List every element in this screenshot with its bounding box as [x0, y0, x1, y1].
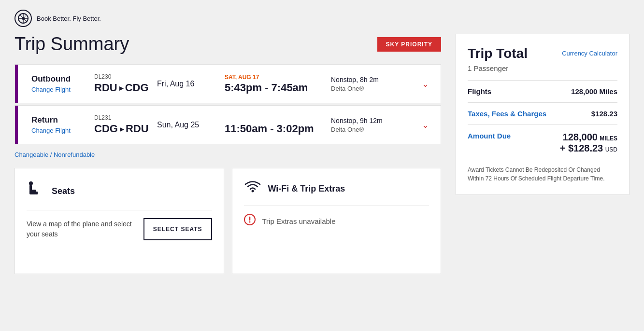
logo-text: Book Better. Fly Better.	[37, 15, 101, 22]
return-origin: CDG	[94, 123, 118, 135]
wifi-icon	[244, 180, 261, 198]
return-destination: RDU	[126, 123, 149, 135]
title-row: Trip Summary SKY PRIORITY	[14, 34, 441, 55]
svg-rect-7	[29, 185, 32, 191]
outbound-flight-card: Outbound Change Flight DL230 RDU ▸ CDG F…	[14, 64, 441, 103]
miles-amount: 128,000	[563, 132, 598, 142]
outbound-flight-number-col: DL230 RDU ▸ CDG	[94, 73, 157, 94]
trip-total-title: Trip Total	[468, 46, 528, 61]
wifi-card-title: Wi-Fi & Trip Extras	[268, 184, 345, 194]
outbound-cabin: Delta One®	[331, 85, 415, 92]
wifi-card-header: Wi-Fi & Trip Extras	[244, 180, 429, 206]
outbound-time-col: SAT, AUG 17 5:43pm - 7:45am	[225, 74, 331, 94]
bottom-cards: Seats View a map of the plane and select…	[14, 168, 441, 274]
return-time-col: placeholder 11:50am - 3:02pm	[225, 115, 331, 135]
return-chevron-icon: ⌄	[422, 120, 429, 130]
amount-due-label: Amount Due	[468, 132, 511, 140]
miles-unit: MILES	[600, 135, 617, 142]
seat-icon	[27, 180, 45, 202]
svg-rect-8	[35, 192, 38, 194]
return-change-flight-link[interactable]: Change Flight	[31, 127, 94, 134]
route-arrow-outbound: ▸	[119, 83, 123, 93]
logo-text-regular: Fly Better.	[71, 15, 101, 22]
return-route: CDG ▸ RDU	[94, 123, 157, 135]
wifi-card-body: Trip Extras unavailable	[244, 214, 429, 228]
return-label-col: Return Change Flight	[27, 115, 94, 134]
right-panel: Trip Total Currency Calculator 1 Passeng…	[456, 34, 630, 274]
return-chevron-col[interactable]: ⌄	[415, 120, 429, 130]
amount-due-value: 128,000 MILES + $128.23 USD	[560, 132, 617, 154]
seats-card-title: Seats	[52, 186, 75, 196]
amount-due-row: Amount Due 128,000 MILES + $128.23 USD	[468, 124, 617, 161]
left-panel: Trip Summary SKY PRIORITY Outbound Chang…	[14, 34, 441, 274]
logo-text-bold: Book Better.	[37, 15, 71, 22]
logo-bar: Book Better. Fly Better.	[14, 10, 630, 27]
outbound-time-label: SAT, AUG 17	[225, 74, 331, 81]
taxes-row: Taxes, Fees & Charges $128.23	[468, 102, 617, 124]
seats-description: View a map of the plane and select your …	[27, 219, 134, 239]
unavailable-text: Trip Extras unavailable	[262, 217, 336, 225]
changeable-note: Changeable / Nonrefundable	[14, 151, 441, 158]
outbound-label: Outbound	[31, 74, 94, 84]
outbound-chevron-icon: ⌄	[422, 79, 429, 89]
svg-point-13	[249, 221, 250, 223]
trip-total-header: Trip Total Currency Calculator	[468, 46, 617, 61]
return-date: Sun, Aug 25	[157, 121, 225, 129]
svg-point-10	[251, 190, 254, 193]
passenger-count: 1 Passenger	[468, 64, 617, 72]
usd-unit: USD	[605, 146, 617, 153]
return-flight-card: Return Change Flight DL231 CDG ▸ RDU Sun…	[14, 105, 441, 144]
outbound-time-range: 5:43pm - 7:45am	[225, 82, 331, 94]
select-seats-button[interactable]: SELECT SEATS	[143, 218, 212, 240]
return-duration: Nonstop, 9h 12m	[331, 117, 415, 124]
return-flight-number: DL231	[94, 114, 157, 121]
return-duration-col: Nonstop, 9h 12m Delta One®	[331, 117, 415, 133]
seats-card-body: View a map of the plane and select your …	[27, 218, 212, 240]
outbound-flight-number: DL230	[94, 73, 157, 80]
outbound-route: RDU ▸ CDG	[94, 82, 157, 94]
currency-calc-link[interactable]: Currency Calculator	[562, 50, 617, 57]
wifi-card: Wi-Fi & Trip Extras Trip Extras unavaila…	[232, 168, 442, 274]
usd-amount: + $128.23	[560, 143, 603, 153]
outbound-chevron-col[interactable]: ⌄	[415, 79, 429, 89]
return-border	[15, 106, 18, 144]
outbound-duration-col: Nonstop, 8h 2m Delta One®	[331, 76, 415, 92]
outbound-change-flight-link[interactable]: Change Flight	[31, 86, 94, 93]
warning-icon	[244, 214, 256, 228]
return-flight-number-col: DL231 CDG ▸ RDU	[94, 114, 157, 135]
logo-icon	[14, 10, 32, 27]
outbound-border	[15, 65, 18, 103]
svg-point-9	[29, 181, 33, 185]
outbound-destination: CDG	[125, 82, 149, 94]
outbound-duration: Nonstop, 8h 2m	[331, 76, 415, 83]
outbound-label-col: Outbound Change Flight	[27, 74, 94, 93]
return-cabin: Delta One®	[331, 126, 415, 133]
amount-due-usd-line: + $128.23 USD	[560, 143, 617, 154]
return-label: Return	[31, 115, 94, 125]
flights-value: 128,000 Miles	[571, 87, 617, 96]
taxes-label: Taxes, Fees & Charges	[468, 110, 546, 118]
route-arrow-return: ▸	[120, 124, 124, 134]
award-note: Award Tickets Cannot Be Redeposited Or C…	[468, 166, 617, 183]
seats-card-header: Seats	[27, 180, 212, 210]
return-time-range: 11:50am - 3:02pm	[225, 123, 331, 135]
sky-priority-badge: SKY PRIORITY	[377, 37, 441, 52]
seats-card: Seats View a map of the plane and select…	[14, 168, 224, 274]
outbound-origin: RDU	[94, 82, 117, 94]
taxes-value: $128.23	[591, 110, 617, 118]
flights-row: Flights 128,000 Miles	[468, 80, 617, 102]
trip-total-card: Trip Total Currency Calculator 1 Passeng…	[456, 34, 630, 195]
outbound-date: Fri, Aug 16	[157, 80, 225, 88]
page-title: Trip Summary	[14, 34, 129, 55]
flights-label: Flights	[468, 87, 491, 96]
amount-due-miles-line: 128,000 MILES	[560, 132, 617, 143]
